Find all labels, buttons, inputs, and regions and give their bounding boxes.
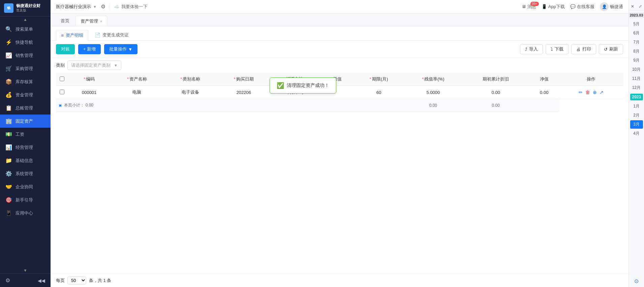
row-actions: ✏ 🗑 ⊕ ↗ — [562, 90, 620, 95]
message-btn[interactable]: 🖥 消息 99+ — [522, 4, 536, 10]
subtotal-icon: ▣ — [59, 103, 62, 107]
per-page-select[interactable]: 50 100 200 — [67, 277, 86, 284]
sidebar-item-operations[interactable]: 📊 经营管理 — [0, 141, 51, 154]
sub-tabs: ≡ 资产明细 📄 变更生成凭证 — [51, 26, 628, 41]
header-net-value: 净值 — [529, 73, 559, 86]
print-button[interactable]: 🖨 打印 — [571, 44, 596, 54]
right-panel-expand-button[interactable]: ⤢ — [639, 4, 642, 9]
logo-sub: 普及版 — [16, 8, 40, 13]
right-panel-header: ✕ ⤢ — [629, 3, 644, 10]
sidebar-item-inventory[interactable]: 📦 库存核算 — [0, 75, 51, 88]
company-selector[interactable]: 医疗器械行业演示 ▼ — [56, 4, 97, 10]
more-icon[interactable]: ↗ — [600, 90, 604, 95]
handshake-icon: 🤝 — [5, 184, 12, 190]
month-10[interactable]: 10月 — [630, 65, 643, 74]
tab-close-icon[interactable]: × — [100, 19, 102, 23]
new-button[interactable]: + 新增 — [78, 44, 101, 54]
header-cumulative-depreciation: 期初累计折旧 — [462, 73, 529, 86]
month-5[interactable]: 5月 — [630, 20, 643, 28]
apps-icon: 📱 — [5, 210, 12, 216]
sidebar-item-ledger[interactable]: 📋 总账管理 — [0, 101, 51, 115]
toast-message: 清理固定资产成功！ — [287, 83, 329, 89]
experience-btn[interactable]: ☁️ 我要体验一下 — [114, 4, 148, 10]
sidebar-scroll-down[interactable]: ▼ — [0, 267, 51, 274]
row-checkbox[interactable] — [60, 90, 64, 94]
refresh-button[interactable]: ↺ 刷新 — [599, 44, 623, 54]
month-4[interactable]: 4月 — [630, 129, 643, 138]
building-icon: 🏢 — [5, 118, 12, 124]
reconcile-button[interactable]: 对账 — [56, 44, 75, 54]
month-2[interactable]: 2月 — [630, 111, 643, 120]
header-residual-rate: *残值率(%) — [404, 73, 463, 86]
cloud-icon: ☁️ — [114, 4, 119, 9]
sidebar-item-apps[interactable]: 📱 应用中心 — [0, 206, 51, 220]
logo-icon: 畅 — [4, 3, 13, 13]
month-7[interactable]: 7月 — [630, 38, 643, 46]
header-period: *期限(月) — [354, 73, 404, 86]
sidebar-item-basic-info[interactable]: 📁 基础信息 — [0, 154, 51, 167]
refresh-icon: ↺ — [604, 47, 608, 52]
row-period: 60 — [354, 86, 404, 99]
right-panel-close-button[interactable]: ✕ — [631, 4, 634, 9]
avatar-icon: 👤 — [602, 4, 607, 9]
row-asset-name: 电脑 — [110, 86, 163, 99]
row-checkbox-cell[interactable] — [56, 86, 68, 99]
per-page-label: 每页 — [56, 278, 65, 284]
batch-arrow-icon: ▼ — [128, 47, 132, 52]
batch-ops-button[interactable]: 批量操作 ▼ — [104, 44, 137, 54]
mobile-icon: 📱 — [542, 4, 547, 9]
sidebar-item-finance[interactable]: 💰 资金管理 — [0, 88, 51, 101]
sidebar-item-quick-nav[interactable]: ⚡ 快捷导航 — [0, 36, 51, 49]
tab-home[interactable]: 首页 — [56, 16, 74, 26]
month-8[interactable]: 8月 — [630, 47, 643, 56]
month-11[interactable]: 11月 — [630, 74, 643, 83]
sidebar-collapse-button[interactable]: ◀◀ — [38, 278, 45, 283]
delete-icon[interactable]: 🗑 — [585, 90, 590, 95]
month-6[interactable]: 6月 — [630, 29, 643, 37]
main-area: 医疗器械行业演示 ▼ ⚙ ☁️ 我要体验一下 🖥 消息 99+ 📱 App下载 … — [51, 0, 628, 287]
row-purchase-date: 202206 — [217, 86, 270, 99]
month-3-current[interactable]: 3月 — [630, 120, 643, 129]
tab-asset-manage[interactable]: 资产管理 × — [75, 16, 107, 26]
row-residual-rate: 5.0000 — [404, 86, 463, 99]
month-1[interactable]: 1月 — [630, 102, 643, 110]
subtotal-cumulative: 0.00 — [404, 99, 463, 112]
row-code: 000001 — [68, 86, 110, 99]
subtotal-row: ▣ 本页小计： 0.00 0.00 0.00 — [56, 99, 623, 112]
online-service-btn[interactable]: 💬 在线客服 — [570, 4, 594, 10]
select-all-checkbox[interactable] — [60, 76, 64, 81]
operations-icon: 📊 — [5, 144, 12, 151]
export-button[interactable]: ⤴ 导入 — [520, 44, 543, 54]
category-filter-select[interactable]: 请选择固定资产类别 ▼ — [67, 61, 121, 70]
pagination: 每页 50 100 200 条，共 1 条 — [51, 274, 628, 287]
settings-icon[interactable]: ⚙ — [5, 277, 10, 284]
header-purchase-date: *购买日期 — [217, 73, 270, 86]
header-operations: 操作 — [559, 73, 623, 86]
edit-icon[interactable]: ✏ — [579, 90, 583, 95]
sidebar-item-system[interactable]: ⚙️ 系统管理 — [0, 167, 51, 180]
sidebar-item-purchase[interactable]: 🛒 采购管理 — [0, 62, 51, 75]
sub-tab-voucher[interactable]: 📄 变更生成凭证 — [90, 30, 134, 40]
sidebar-item-fixed-assets[interactable]: 🏢 固定资产 — [0, 115, 51, 128]
sidebar-scroll-up[interactable]: ▲ — [0, 17, 51, 23]
sidebar-item-payroll[interactable]: 💵 工资 — [0, 128, 51, 141]
sidebar-item-enterprise[interactable]: 🤝 企业协同 — [0, 180, 51, 193]
topbar-settings-icon[interactable]: ⚙ — [101, 3, 105, 10]
filter-category-label: 类别 — [56, 62, 65, 68]
user-menu[interactable]: 👤 畅捷通 — [600, 2, 623, 11]
copy-icon[interactable]: ⊕ — [593, 90, 597, 95]
export-icon: ⤴ — [525, 47, 527, 52]
month-12[interactable]: 12月 — [630, 84, 643, 92]
sidebar-item-guide[interactable]: 🎯 新手引导 — [0, 193, 51, 206]
app-download-btn[interactable]: 📱 App下载 — [542, 4, 565, 10]
sub-tab-asset-detail[interactable]: ≡ 资产明细 — [56, 30, 88, 41]
sidebar-item-sales[interactable]: 📈 销售管理 — [0, 49, 51, 62]
gear-icon: ⚙️ — [5, 170, 12, 177]
right-panel-scroll-down[interactable]: ⊙ — [634, 278, 639, 287]
month-9[interactable]: 9月 — [630, 56, 643, 65]
message-icon: 🖥 — [522, 4, 526, 9]
header-checkbox[interactable] — [56, 73, 68, 86]
sidebar-item-search[interactable]: 🔍 搜索菜单 — [0, 23, 51, 36]
download-button[interactable]: ⤵ 下载 — [546, 44, 569, 54]
company-name: 医疗器械行业演示 — [56, 4, 91, 10]
